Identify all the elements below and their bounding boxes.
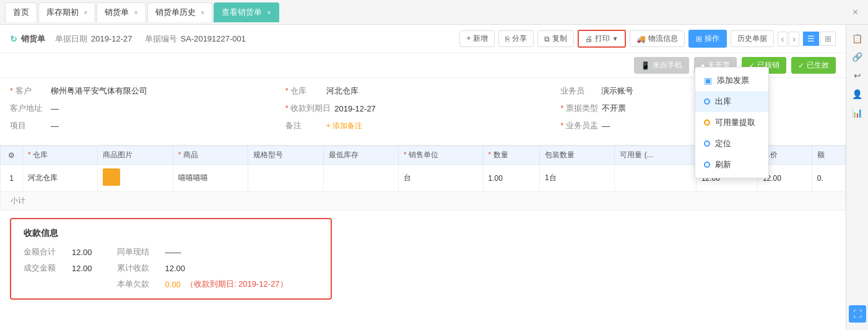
summary-accumulated: 累计收款 12.00	[117, 263, 288, 274]
doc-date-value: 2019-12-27	[91, 34, 132, 43]
print-button[interactable]: 🖨 打印 ▼	[578, 30, 626, 48]
add-note-button[interactable]: + 添加备注	[326, 121, 362, 131]
right-sidebar: 📋 🔗 ↩ 👤 📊 ⛶	[846, 25, 868, 330]
new-button[interactable]: + 新增	[459, 30, 494, 47]
row-warehouse: 河北仓库	[23, 165, 98, 192]
logistics-button[interactable]: 🚚 物流信息	[630, 30, 685, 47]
doc-title-icon: ↻	[10, 34, 17, 44]
list-view-button[interactable]: ☰	[803, 32, 819, 46]
sidebar-user-icon[interactable]: 👤	[849, 85, 866, 103]
amount-col-header: 额	[812, 146, 845, 165]
dropdown-quantity-fetch[interactable]: 可用量提取	[695, 112, 768, 133]
close-all-button[interactable]: ×	[848, 7, 863, 18]
payment-date-value: 2019-12-27	[334, 104, 376, 113]
share-button[interactable]: ⎘ 分享	[498, 30, 534, 47]
warehouse-field: 仓库 河北仓库	[285, 85, 561, 97]
product-img-col-header: 商品图片	[98, 146, 173, 165]
employee-label: 业务员	[560, 85, 597, 97]
project-value: —	[51, 121, 59, 131]
summary-same-settle: 同单现结 ——	[117, 246, 288, 258]
product-image	[103, 168, 120, 186]
ticket-type-value: 不开票	[602, 103, 626, 114]
tab-sales-order[interactable]: 销货单 ×	[97, 2, 145, 22]
sidebar-expand-icon[interactable]: ⛶	[849, 305, 866, 323]
operations-dropdown: ▣ 添加发票 出库 可用量提取 定位 刷新	[695, 67, 769, 178]
product-col-header: * 商品	[173, 146, 248, 165]
dropdown-outbound[interactable]: 出库	[695, 91, 768, 112]
row-num: 1	[1, 165, 23, 192]
copy-icon: ⧉	[544, 35, 550, 43]
doc-date-field: 单据日期 2019-12-27	[55, 33, 132, 45]
note-label: 备注	[285, 120, 323, 131]
invoice-icon: ▣	[704, 76, 712, 85]
tab-inventory-init[interactable]: 库存期初 ×	[38, 2, 95, 22]
dropdown-locate[interactable]: 定位	[695, 133, 768, 154]
sales-person-value: —	[602, 121, 610, 131]
close-tab-view-sales[interactable]: ×	[267, 9, 271, 16]
available-col-header: 可用量 (...	[615, 146, 696, 165]
summary-total-amount: 金额合计 12.00	[24, 246, 92, 258]
project-label: 项目	[10, 120, 47, 131]
refresh-dot	[704, 162, 710, 168]
history-button[interactable]: 历史单据	[731, 30, 774, 47]
view-toggle: ☰ ⊞	[803, 32, 836, 46]
summary-arrears: 本单欠款 0.00 （收款到期日: 2019-12-27）	[117, 279, 288, 290]
warehouse-col-header: * 仓库	[23, 146, 98, 165]
grid-view-button[interactable]: ⊞	[820, 32, 836, 46]
effective-icon: ✓	[798, 61, 804, 70]
row-amount: 0.	[812, 165, 845, 192]
from-phone-button[interactable]: 📱 来自手机	[634, 57, 689, 74]
doc-header: ↻ 销货单 单据日期 2019-12-27 单据编号 SA-20191227-0…	[0, 25, 846, 53]
close-tab-inventory-init[interactable]: ×	[84, 9, 87, 16]
min-stock-col-header: 最低库存	[323, 146, 398, 165]
customer-value: 柳州粤港平安气体有限公司	[51, 85, 147, 97]
quantity-fetch-dot	[704, 119, 710, 126]
sales-unit-col-header: * 销售单位	[399, 146, 483, 165]
customer-label: 客户	[10, 85, 47, 97]
employee-value: 演示账号	[601, 85, 633, 97]
tab-home[interactable]: 首页	[5, 2, 37, 22]
grid-icon: ⊞	[696, 35, 702, 43]
operations-button[interactable]: ⊞ 操作	[688, 30, 727, 48]
nav-arrows: ‹ ›	[778, 32, 799, 46]
summary-panel: 收款信息 金额合计 12.00 成交金额 12.00 同单现结 ——	[10, 218, 332, 300]
summary-rows: 金额合计 12.00 成交金额 12.00 同单现结 —— 累计收款	[24, 246, 318, 290]
subtotal-row: 小计	[1, 192, 846, 211]
tab-sales-history[interactable]: 销货单历史 ×	[147, 2, 212, 22]
sidebar-return-icon[interactable]: ↩	[849, 67, 866, 84]
row-sales-unit: 台	[399, 165, 483, 192]
doc-number-value: SA-20191227-001	[181, 34, 246, 43]
doc-actions: + 新增 ⎘ 分享 ⧉ 复制 🖨 打印 ▼ 🚚 物流信息	[459, 30, 836, 48]
doc-title: ↻ 销货单	[10, 33, 45, 45]
tab-view-sales[interactable]: 查看销货单 ×	[214, 2, 279, 22]
close-tab-sales-order[interactable]: ×	[134, 9, 137, 16]
sales-person-label: 业务员盂	[560, 120, 598, 131]
sidebar-link-icon[interactable]: 🔗	[849, 48, 866, 66]
doc-type-label: 销货单	[21, 33, 45, 45]
payment-date-field: 收款到期日 2019-12-27	[285, 103, 561, 114]
sidebar-doc-icon[interactable]: 📋	[849, 30, 866, 47]
address-label: 客户地址	[10, 103, 47, 114]
doc-number-field: 单据编号 SA-20191227-001	[145, 33, 246, 45]
dropdown-add-invoice[interactable]: ▣ 添加发票	[695, 70, 768, 91]
copy-button[interactable]: ⧉ 复制	[537, 30, 574, 47]
row-product-img	[98, 165, 173, 192]
prev-button[interactable]: ‹	[778, 32, 788, 46]
outbound-dot	[704, 98, 710, 105]
next-button[interactable]: ›	[789, 32, 799, 46]
print-dropdown-icon: ▼	[612, 35, 618, 42]
share-icon: ⎘	[505, 35, 510, 43]
sidebar-chart-icon[interactable]: 📊	[849, 104, 866, 121]
summary-title: 收款信息	[24, 228, 318, 239]
dropdown-refresh[interactable]: 刷新	[695, 154, 768, 175]
close-tab-sales-history[interactable]: ×	[201, 9, 204, 16]
settings-col-header: ⚙	[1, 146, 23, 165]
project-field: 项目 —	[10, 120, 285, 131]
ticket-type-label: 票据类型	[560, 103, 598, 114]
summary-deal-amount: 成交金额 12.00	[24, 263, 92, 274]
customer-field: 客户 柳州粤港平安气体有限公司	[10, 85, 285, 97]
effective-button[interactable]: ✓ 已生效	[791, 57, 836, 74]
address-field: 客户地址 —	[10, 103, 285, 114]
address-value: —	[51, 104, 59, 113]
row-min-stock	[323, 165, 398, 192]
